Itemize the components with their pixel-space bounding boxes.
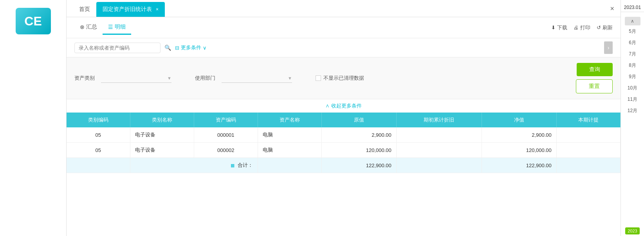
table-header-row: 类别编码 类别名称 资产编码 资产名称 原值 期初累计折旧 净值 本期计提: [67, 113, 621, 127]
tab-active[interactable]: 固定资产折旧统计表 ×: [96, 2, 165, 17]
collapse-label: ∧ 收起更多条件: [325, 103, 362, 109]
print-button[interactable]: 🖨 打印: [574, 24, 590, 31]
detail-icon: ☰: [108, 24, 113, 30]
toolbar: ⊗ 汇总 ☰ 明细 ⬇ 下载 🖨 打印 ↺ 刷新: [67, 17, 621, 38]
cell-category-name-1: 电子设备: [130, 127, 194, 143]
scroll-up-button[interactable]: ∧: [625, 17, 640, 25]
hide-cleared-checkbox[interactable]: [316, 75, 321, 81]
cell-category-code-2: 05: [67, 143, 130, 158]
advanced-filter-panel: 资产类别 ▼ 使用部门 ▼ 不显示已清理数据 查询 重置: [67, 57, 621, 99]
asset-category-arrow-icon: ▼: [167, 76, 171, 80]
month-8[interactable]: 8月: [621, 60, 644, 71]
data-table-container: 类别编码 类别名称 资产编码 资产名称 原值 期初累计折旧 净值 本期计提 05…: [67, 113, 621, 236]
cell-asset-code-2: 000002: [194, 143, 258, 158]
month-7[interactable]: 7月: [621, 49, 644, 59]
cell-net-value-2: 120,000.00: [482, 143, 556, 158]
table-total-row: ▦ 合计： 122,900.00 122,900.00: [67, 158, 621, 173]
summary-icon: ⊗: [80, 24, 85, 30]
refresh-icon: ↺: [597, 25, 601, 30]
col-header-current-dep: 本期计提: [556, 113, 620, 127]
tab-detail[interactable]: ☰ 明细: [103, 20, 131, 35]
month-6[interactable]: 6月: [621, 38, 644, 48]
filter-icon: ⊟: [175, 45, 179, 51]
total-current-dep: [556, 158, 620, 173]
col-header-net-value: 净值: [482, 113, 556, 127]
department-input[interactable]: [222, 73, 288, 82]
total-original-value: 122,900.00: [321, 158, 396, 173]
query-button[interactable]: 查询: [577, 63, 613, 76]
hide-cleared-label: 不显示已清理数据: [323, 75, 364, 82]
total-empty-2: [258, 158, 321, 173]
table-row: 05 电子设备 000002 电脑 120,000.00 120,000.00: [67, 143, 621, 158]
logo-area: CE: [0, 0, 67, 236]
asset-category-filter: 资产类别 ▼: [74, 73, 171, 83]
toolbar-actions: ⬇ 下载 🖨 打印 ↺ 刷新: [551, 24, 613, 31]
col-header-original-value: 原值: [321, 113, 396, 127]
col-header-category-code: 类别编码: [67, 113, 130, 127]
print-label: 打印: [580, 24, 590, 31]
cell-asset-name-1: 电脑: [258, 127, 321, 143]
cell-category-name-2: 电子设备: [130, 143, 194, 158]
col-header-category-name: 类别名称: [130, 113, 194, 127]
cell-original-value-1: 2,900.00: [321, 127, 396, 143]
tab-bar: 首页 固定资产折旧统计表 × ×: [67, 0, 621, 17]
refresh-label: 刷新: [603, 24, 613, 31]
expand-panel-button[interactable]: ›: [604, 41, 613, 54]
detail-label: 明细: [115, 23, 126, 30]
cell-current-dep-2: [556, 143, 620, 158]
print-icon: 🖨: [574, 25, 579, 30]
logo-icon: CE: [16, 8, 51, 34]
tab-summary[interactable]: ⊗ 汇总: [74, 20, 103, 35]
data-table: 类别编码 类别名称 资产编码 资产名称 原值 期初累计折旧 净值 本期计提 05…: [67, 113, 621, 173]
month-9[interactable]: 9月: [621, 72, 644, 82]
table-row: 05 电子设备 000001 电脑 2,900.00 2,900.00: [67, 127, 621, 143]
date-display: 2023.01: [621, 3, 644, 12]
more-filter-label: 更多条件: [181, 44, 201, 51]
right-panel: 2023.01 ∧ 5月 6月 7月 8月 9月 10月 11月 12月 202…: [621, 0, 644, 236]
tab-active-label: 固定资产折旧统计表: [103, 6, 152, 13]
cell-original-value-2: 120,000.00: [321, 143, 396, 158]
filter-buttons: 查询 重置: [576, 63, 613, 93]
download-icon: ⬇: [551, 25, 556, 30]
col-header-asset-name: 资产名称: [258, 113, 321, 127]
search-icon[interactable]: 🔍: [164, 45, 171, 51]
more-filter-button[interactable]: ⊟ 更多条件 ∨: [175, 44, 207, 51]
department-arrow-icon: ▼: [288, 76, 292, 80]
chevron-down-icon: ∨: [203, 45, 207, 51]
total-icon: ▦: [231, 163, 235, 168]
tab-home[interactable]: 首页: [73, 2, 96, 17]
summary-label: 汇总: [86, 23, 97, 30]
reset-button[interactable]: 重置: [576, 79, 613, 93]
main-content: 首页 固定资产折旧统计表 × × ⊗ 汇总 ☰ 明细 ⬇ 下载 🖨 打印 ↺: [67, 0, 621, 236]
asset-category-input[interactable]: [101, 73, 167, 82]
total-empty-1: [67, 158, 130, 173]
month-11[interactable]: 11月: [621, 94, 644, 105]
total-net-value: 122,900.00: [482, 158, 556, 173]
download-label: 下载: [557, 24, 567, 31]
cell-category-code-1: 05: [67, 127, 130, 143]
cell-current-dep-1: [556, 127, 620, 143]
window-close-button[interactable]: ×: [610, 4, 614, 13]
year-badge: 2023: [625, 227, 639, 234]
cell-accumulated-dep-2: [396, 143, 482, 158]
col-header-asset-code: 资产编码: [194, 113, 258, 127]
department-label: 使用部门: [195, 75, 218, 82]
asset-category-label: 资产类别: [74, 75, 98, 82]
cell-asset-name-2: 电脑: [258, 143, 321, 158]
filter-row-1: 资产类别 ▼ 使用部门 ▼ 不显示已清理数据 查询 重置: [74, 63, 613, 93]
month-12[interactable]: 12月: [621, 105, 644, 116]
month-5[interactable]: 5月: [621, 26, 644, 37]
search-bar: 🔍 ⊟ 更多条件 ∨ ›: [67, 38, 621, 57]
hide-cleared-filter: 不显示已清理数据: [316, 75, 364, 82]
cell-asset-code-1: 000001: [194, 127, 258, 143]
total-accumulated-dep: [396, 158, 482, 173]
col-header-accumulated-dep: 期初累计折旧: [396, 113, 482, 127]
search-input[interactable]: [74, 43, 161, 53]
refresh-button[interactable]: ↺ 刷新: [597, 24, 613, 31]
total-label-cell: ▦ 合计：: [130, 158, 258, 173]
collapse-more-button[interactable]: ∧ 收起更多条件: [67, 99, 621, 113]
cell-net-value-1: 2,900.00: [482, 127, 556, 143]
tab-close-icon[interactable]: ×: [156, 7, 159, 12]
month-10[interactable]: 10月: [621, 83, 644, 93]
download-button[interactable]: ⬇ 下载: [551, 24, 567, 31]
